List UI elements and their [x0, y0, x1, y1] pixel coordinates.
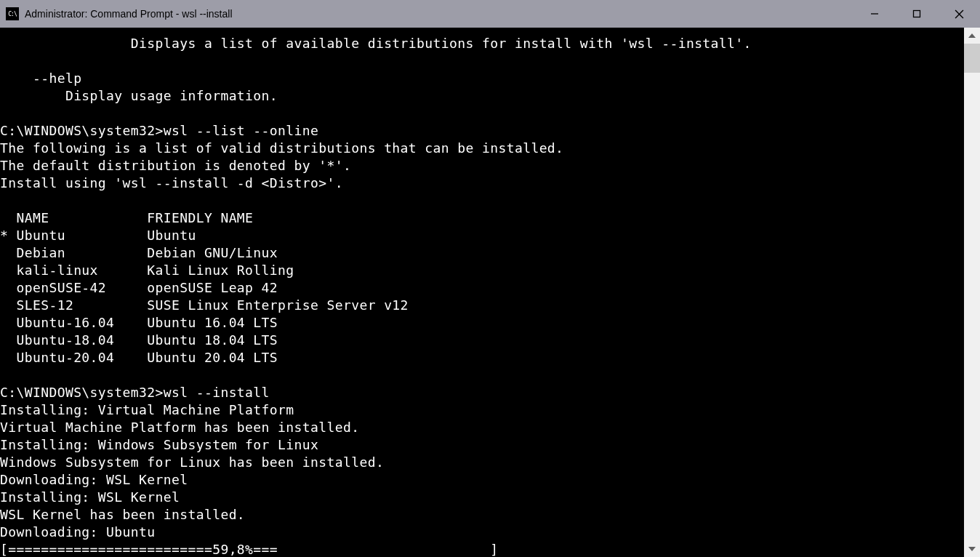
close-button[interactable]	[938, 0, 980, 28]
maximize-button[interactable]	[896, 0, 938, 28]
scroll-thumb[interactable]	[964, 44, 980, 73]
cmd-icon: C:\	[6, 7, 19, 20]
window-titlebar: C:\ Administrator: Command Prompt - wsl …	[0, 0, 980, 28]
terminal-container: Displays a list of available distributio…	[0, 28, 980, 557]
scroll-up-arrow-icon[interactable]	[964, 28, 980, 44]
window-controls	[854, 0, 980, 28]
terminal-output[interactable]: Displays a list of available distributio…	[0, 28, 964, 557]
cmd-icon-text: C:\	[8, 11, 16, 17]
window-title: Administrator: Command Prompt - wsl --in…	[25, 8, 233, 20]
svg-rect-1	[914, 11, 920, 17]
minimize-button[interactable]	[854, 0, 896, 28]
vertical-scrollbar[interactable]	[964, 28, 980, 557]
scroll-down-arrow-icon[interactable]	[964, 541, 980, 557]
